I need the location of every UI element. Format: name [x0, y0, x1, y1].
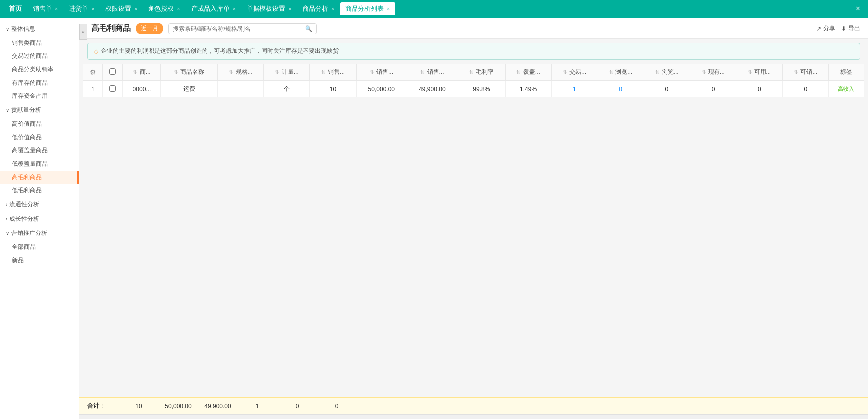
cell-transaction[interactable]: 1 — [552, 81, 598, 97]
sidebar-group-marketing[interactable]: ∨ 营销推广分析 — [0, 226, 79, 240]
info-icon: ◇ — [94, 48, 98, 55]
close-role-tab[interactable]: × — [177, 6, 180, 12]
close-app-button[interactable]: × — [852, 2, 864, 15]
search-input[interactable] — [173, 25, 305, 32]
sidebar-group-overall[interactable]: ∨ 整体信息 — [0, 22, 79, 36]
sidebar: ∨ 整体信息 销售类商品 交易过的商品 商品分类助销率 有库存的商品 库存资金占… — [0, 18, 79, 419]
close-permission-tab[interactable]: × — [134, 6, 137, 12]
cell-browse1[interactable]: 0 — [598, 81, 644, 97]
nav-permission[interactable]: 权限设置 × — [101, 2, 142, 15]
col-margin-rate[interactable]: ⇅ 毛利率 — [458, 64, 505, 81]
sort-code-icon: ⇅ — [133, 69, 137, 75]
settings-icon: ⚙ — [90, 68, 96, 76]
sort-current-stock-icon: ⇅ — [702, 69, 706, 75]
col-coverage[interactable]: ⇅ 覆盖... — [506, 64, 552, 81]
nav-home[interactable]: 首页 — [4, 2, 27, 15]
footer-cell-sales-profit: 49,900.00 — [198, 403, 238, 410]
info-banner: ◇ 企业的主要的利润都是这部分商品创造的，可考虑加大推广，同时关注库存是不要出现… — [87, 43, 860, 60]
sidebar-collapse-button[interactable]: « — [79, 24, 87, 40]
header-actions: ↗ 分享 ⬇ 导出 — [817, 24, 860, 33]
col-code[interactable]: ⇅ 商... — [123, 64, 161, 81]
sidebar-group-growth[interactable]: › 成长性分析 — [0, 212, 79, 226]
sidebar-item-new-goods[interactable]: 新品 — [0, 254, 79, 267]
cell-index: 1 — [83, 81, 102, 97]
sort-browse2-icon: ⇅ — [655, 69, 659, 75]
sidebar-item-low-margin[interactable]: 低毛利商品 — [0, 184, 79, 197]
col-spec[interactable]: ⇅ 规格... — [217, 64, 263, 81]
horizontal-scrollbar[interactable] — [79, 414, 868, 419]
filter-recent-month-button[interactable]: 近一月 — [136, 23, 163, 34]
sidebar-item-high-margin[interactable]: 高毛利商品 — [0, 171, 79, 184]
sidebar-item-low-coverage[interactable]: 低覆盖量商品 — [0, 157, 79, 171]
sort-saleable-icon: ⇅ — [794, 69, 798, 75]
nav-analysis-list[interactable]: 商品分析列表 × — [340, 2, 395, 15]
close-sales-tab[interactable]: × — [55, 6, 58, 12]
sidebar-item-category-rate[interactable]: 商品分类助销率 — [0, 63, 79, 76]
sort-sales-qty-icon: ⇅ — [321, 69, 325, 75]
share-button[interactable]: ↗ 分享 — [817, 24, 835, 33]
sidebar-item-high-coverage[interactable]: 高覆盖量商品 — [0, 144, 79, 157]
main-layout: ∨ 整体信息 销售类商品 交易过的商品 商品分类助销率 有库存的商品 库存资金占… — [0, 18, 868, 419]
sidebar-item-all-goods[interactable]: 全部商品 — [0, 240, 79, 254]
share-icon: ↗ — [817, 25, 821, 32]
sidebar-group-liquidity[interactable]: › 流通性分析 — [0, 197, 79, 212]
nav-sales[interactable]: 销售单 × — [28, 2, 63, 15]
search-icon[interactable]: 🔍 — [305, 25, 312, 32]
col-available[interactable]: ⇅ 可用... — [736, 64, 782, 81]
cell-sales-amt: 50,000.00 — [356, 81, 407, 97]
sort-margin-rate-icon: ⇅ — [469, 69, 473, 75]
cell-browse2: 0 — [644, 81, 690, 97]
nav-purchase[interactable]: 进货单 × — [64, 2, 99, 15]
sidebar-group-contribution[interactable]: ∨ 贡献量分析 — [0, 103, 79, 117]
cell-checkbox[interactable] — [102, 81, 122, 97]
nav-template[interactable]: 单据模板设置 × — [242, 2, 296, 15]
table-header-row: ⚙ ⇅ 商... ⇅ 商品名称 — [83, 64, 864, 81]
sidebar-item-stock-goods[interactable]: 有库存的商品 — [0, 76, 79, 90]
sort-transaction-icon: ⇅ — [563, 69, 567, 75]
col-sales-amt[interactable]: ⇅ 销售... — [356, 64, 407, 81]
sidebar-item-low-value[interactable]: 低价值商品 — [0, 131, 79, 144]
col-sales-qty[interactable]: ⇅ 销售... — [310, 64, 356, 81]
growth-arrow: › — [6, 216, 7, 222]
col-tag[interactable]: 标签 — [828, 64, 864, 81]
col-browse1[interactable]: ⇅ 浏览... — [598, 64, 644, 81]
sort-spec-icon: ⇅ — [229, 69, 233, 75]
cell-tag: 高收入 — [828, 81, 864, 97]
cell-unit: 个 — [263, 81, 309, 97]
sidebar-item-sales-goods[interactable]: 销售类商品 — [0, 36, 79, 49]
cell-coverage: 1.49% — [506, 81, 552, 97]
col-name[interactable]: ⇅ 商品名称 — [160, 64, 217, 81]
sort-name-icon: ⇅ — [174, 69, 178, 75]
col-sales-profit[interactable]: ⇅ 销售... — [407, 64, 458, 81]
nav-warehouse[interactable]: 产成品入库单 × — [186, 2, 241, 15]
top-nav: 首页 销售单 × 进货单 × 权限设置 × 角色授权 × 产成品入库单 × 单据… — [0, 0, 868, 18]
col-checkbox[interactable] — [102, 64, 122, 81]
col-saleable[interactable]: ⇅ 可销... — [782, 64, 828, 81]
cell-sales-profit: 49,900.00 — [407, 81, 458, 97]
sidebar-item-stock-capital[interactable]: 库存资金占用 — [0, 90, 79, 103]
data-table: ⚙ ⇅ 商... ⇅ 商品名称 — [83, 64, 864, 97]
nav-analysis[interactable]: 商品分析 × — [298, 2, 339, 15]
sidebar-item-high-value[interactable]: 高价值商品 — [0, 117, 79, 131]
close-purchase-tab[interactable]: × — [91, 6, 94, 12]
cell-current-stock: 0 — [690, 81, 736, 97]
table-footer: 合计： 10 50,000.00 49,900.00 1 0 — [79, 397, 868, 414]
table-wrapper[interactable]: ⚙ ⇅ 商... ⇅ 商品名称 — [83, 64, 864, 397]
select-all-checkbox[interactable] — [109, 68, 116, 75]
col-current-stock[interactable]: ⇅ 现有... — [690, 64, 736, 81]
close-warehouse-tab[interactable]: × — [233, 6, 236, 12]
close-template-tab[interactable]: × — [288, 6, 291, 12]
overall-arrow: ∨ — [6, 26, 9, 32]
col-settings[interactable]: ⚙ — [83, 64, 102, 81]
nav-role[interactable]: 角色授权 × — [143, 2, 185, 15]
col-unit[interactable]: ⇅ 计量... — [263, 64, 309, 81]
page-title: 高毛利商品 — [91, 23, 131, 34]
close-analysis-list-tab[interactable]: × — [387, 6, 390, 12]
sidebar-item-traded-goods[interactable]: 交易过的商品 — [0, 49, 79, 63]
row-checkbox[interactable] — [109, 85, 116, 92]
close-analysis-tab[interactable]: × — [331, 6, 334, 12]
export-button[interactable]: ⬇ 导出 — [841, 24, 860, 33]
col-browse2[interactable]: ⇅ 浏览... — [644, 64, 690, 81]
col-transaction[interactable]: ⇅ 交易... — [552, 64, 598, 81]
cell-available: 0 — [736, 81, 782, 97]
